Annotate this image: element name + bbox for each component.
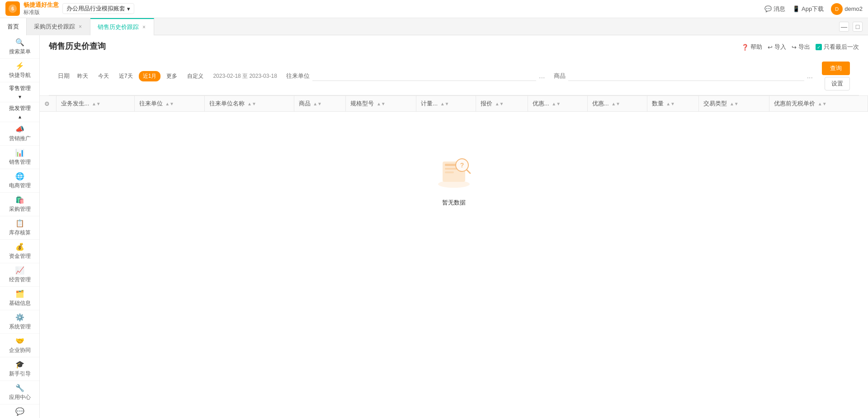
goods-input[interactable] xyxy=(568,71,804,81)
brand-name: 畅捷通好生意 xyxy=(24,1,59,9)
col-biz-date-label: 业务发生... xyxy=(61,100,90,107)
sidebar-item-purchase-mgmt[interactable]: 🛍️ 采购管理 xyxy=(0,193,39,216)
checkbox-teal-icon xyxy=(816,44,822,50)
col-trade-type[interactable]: 交易类型 ▲▼ xyxy=(699,96,769,112)
empty-text: 暂无数据 xyxy=(442,199,466,207)
sidebar-item-sys-settings[interactable]: ⚙️ 系统管理 xyxy=(0,310,39,334)
finance-icon: 💰 xyxy=(15,242,24,251)
tab-maximize-btn[interactable]: □ xyxy=(853,22,863,32)
tab-sales-close-icon[interactable]: × xyxy=(142,24,146,31)
sidebar-item-quick-nav[interactable]: ⚡ 快捷导航 xyxy=(0,59,39,82)
date-btn-last1m[interactable]: 近1月 xyxy=(139,71,161,81)
col-trade-type-label: 交易类型 xyxy=(703,100,727,107)
page-header: 销售历史价查询 ❓ 帮助 ↩ 导入 ↪ 导出 xyxy=(40,35,868,96)
col-quote-label: 报价 xyxy=(481,100,492,107)
collab-icon: 🤝 xyxy=(15,337,24,345)
col-unit-label: 计量... xyxy=(421,100,438,107)
sidebar-item-enterprise-wechat[interactable]: 💬 企业微信 xyxy=(0,404,39,418)
sort-icon: ▲▼ xyxy=(247,102,256,106)
workspace-arrow-icon: ▾ xyxy=(127,5,130,12)
date-btn-last7[interactable]: 近7天 xyxy=(115,71,137,81)
partner-more-icon[interactable]: ... xyxy=(539,72,545,80)
partner-input[interactable] xyxy=(312,71,536,81)
sidebar-item-sales-promo[interactable]: 📣 营销推广 xyxy=(0,122,39,146)
col-qty[interactable]: 数量 ▲▼ xyxy=(647,96,699,112)
date-btn-yesterday[interactable]: 昨天 xyxy=(73,71,92,81)
col-spec-label: 规格型号 xyxy=(350,100,374,107)
col-quote[interactable]: 报价 ▲▼ xyxy=(476,96,528,112)
sidebar-item-label: 快捷导航 xyxy=(9,71,31,79)
col-biz-date[interactable]: 业务发生... ▲▼ xyxy=(56,96,134,112)
sidebar-item-label: 经营管理 xyxy=(9,276,31,284)
table-settings-icon[interactable]: ⚙ xyxy=(44,100,50,107)
tab-purchase-history[interactable]: 采购历史价跟踪 × xyxy=(27,18,90,35)
sidebar-item-label: 系统管理 xyxy=(9,323,31,331)
sidebar-item-ecom-mgmt[interactable]: 🌐 电商管理 xyxy=(0,169,39,193)
tab-actions: — □ xyxy=(839,22,868,32)
col-partner-name[interactable]: 往来单位名称 ▲▼ xyxy=(205,96,294,112)
wholesale-mgmt-arrow-icon: ▴ xyxy=(19,114,21,120)
col-qty-label: 数量 xyxy=(652,100,664,107)
col-pretax-price[interactable]: 优惠前无税单价 ▲▼ xyxy=(769,96,868,112)
sidebar-item-enterprise-collab[interactable]: 🤝 企业协同 xyxy=(0,334,39,357)
sidebar-item-new-guide[interactable]: 🎓 新手引导 xyxy=(0,357,39,381)
sort-icon: ▲▼ xyxy=(666,102,675,106)
tab-purchase-close-icon[interactable]: × xyxy=(78,23,83,30)
col-goods[interactable]: 商品 ▲▼ xyxy=(294,96,346,112)
sidebar-item-retail-mgmt[interactable]: 零售管理 ▾ xyxy=(0,82,39,102)
date-btn-more[interactable]: 更多 xyxy=(162,71,181,81)
sort-icon: ▲▼ xyxy=(730,102,739,106)
sort-icon: ▲▼ xyxy=(495,102,504,106)
content: 销售历史价查询 ❓ 帮助 ↩ 导入 ↪ 导出 xyxy=(40,35,868,418)
col-unit[interactable]: 计量... ▲▼ xyxy=(416,96,476,112)
col-settings[interactable]: ⚙ xyxy=(40,96,56,112)
col-partner[interactable]: 往来单位 ▲▼ xyxy=(134,96,205,112)
sidebar-item-app-center[interactable]: 🔧 应用中心 xyxy=(0,381,39,404)
svg-rect-6 xyxy=(445,171,454,173)
goods-filter: 商品 ... xyxy=(554,71,813,81)
sidebar-item-inventory[interactable]: 📋 库存核算 xyxy=(0,216,39,240)
sidebar-item-label: 企业协同 xyxy=(9,347,31,354)
sort-icon: ▲▼ xyxy=(165,102,174,106)
col-discount1-label: 优惠... xyxy=(533,100,549,107)
sidebar-item-label: 资金管理 xyxy=(9,252,31,260)
sidebar-item-finance[interactable]: 💰 资金管理 xyxy=(0,240,39,263)
workspace-selector[interactable]: 办公用品行业模拟账套 ▾ xyxy=(62,3,134,14)
tab-sales-history[interactable]: 销售历史价跟踪 × xyxy=(90,18,154,35)
date-btn-today[interactable]: 今天 xyxy=(94,71,113,81)
col-spec[interactable]: 规格型号 ▲▼ xyxy=(346,96,416,112)
username: demo2 xyxy=(844,5,863,12)
app-download-btn[interactable]: 📱 App下载 xyxy=(793,5,824,13)
import-btn[interactable]: ↩ 导入 xyxy=(768,43,786,51)
sidebar-item-basic-info[interactable]: 🗂️ 基础信息 xyxy=(0,287,39,310)
only-last-checkbox[interactable]: 只看最后一次 xyxy=(816,43,859,51)
help-btn[interactable]: ❓ 帮助 xyxy=(741,43,762,51)
date-btn-custom[interactable]: 自定义 xyxy=(183,71,208,81)
sidebar-item-label: 采购管理 xyxy=(9,205,31,213)
avatar: D xyxy=(831,3,843,15)
sidebar-item-label: 新手引导 xyxy=(9,370,31,378)
sidebar-item-label: 搜索菜单 xyxy=(9,48,31,56)
tab-home[interactable]: 首页 xyxy=(0,18,27,35)
goods-more-icon[interactable]: ... xyxy=(807,72,813,80)
export-btn[interactable]: ↪ 导出 xyxy=(792,43,810,51)
col-discount1[interactable]: 优惠... ▲▼ xyxy=(528,96,587,112)
tab-home-label: 首页 xyxy=(7,23,19,31)
sidebar-item-ops-mgmt[interactable]: 📈 经营管理 xyxy=(0,263,39,287)
sort-icon: ▲▼ xyxy=(92,102,101,106)
sidebar-item-sales-mgmt[interactable]: 📊 销售管理 xyxy=(0,146,39,169)
topbar-right: 💬 消息 📱 App下载 D demo2 xyxy=(764,3,863,15)
wholesale-mgmt-label: 批发管理 xyxy=(9,104,31,112)
quick-nav-icon: ⚡ xyxy=(15,62,24,70)
wechat-icon: 💬 xyxy=(15,407,24,416)
sidebar-item-search-menu[interactable]: 🔍 搜索菜单 xyxy=(0,35,39,59)
date-label: 日期 xyxy=(58,72,70,80)
settings-button[interactable]: 设置 xyxy=(825,77,850,90)
app-icon: 📱 xyxy=(793,5,800,12)
message-btn[interactable]: 💬 消息 xyxy=(764,5,785,13)
user-menu[interactable]: D demo2 xyxy=(831,3,863,15)
col-discount2[interactable]: 优惠... ▲▼ xyxy=(587,96,647,112)
tab-minimize-btn[interactable]: — xyxy=(839,22,849,32)
sidebar-item-wholesale-mgmt[interactable]: 批发管理 ▴ xyxy=(0,102,39,122)
query-button[interactable]: 查询 xyxy=(822,62,850,75)
